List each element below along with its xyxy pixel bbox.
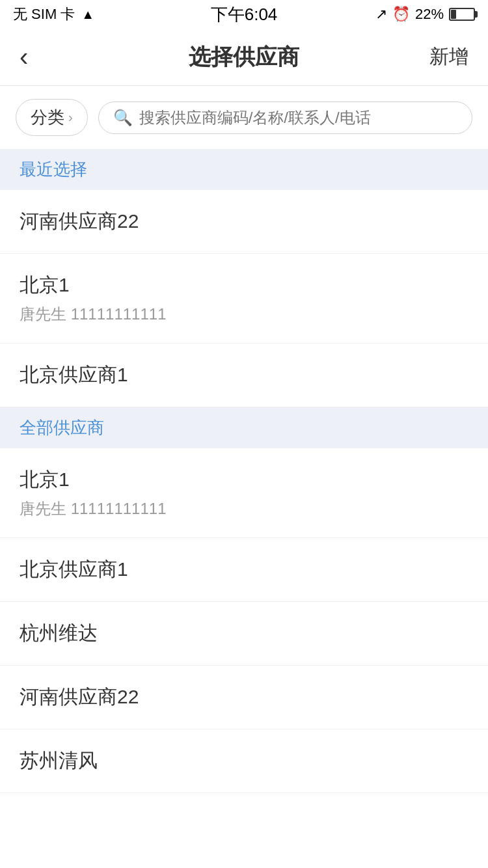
status-time: 下午6:04 xyxy=(211,3,278,26)
content-area: 最近选择河南供应商22北京1唐先生 11111111111北京供应商1全部供应商… xyxy=(0,149,488,793)
list-item[interactable]: 河南供应商22 xyxy=(0,666,488,729)
list-item[interactable]: 河南供应商22 xyxy=(0,190,488,254)
item-name: 杭州维达 xyxy=(20,620,468,647)
nav-bar: ‹ 选择供应商 新增 xyxy=(0,29,488,86)
status-bar: 无 SIM 卡 ▲ 下午6:04 ↗ ⏰ 22% xyxy=(0,0,488,29)
section-header-all: 全部供应商 xyxy=(0,407,488,448)
item-name: 北京1 xyxy=(20,467,468,493)
search-input[interactable] xyxy=(139,109,457,127)
list-item[interactable]: 北京供应商1 xyxy=(0,538,488,602)
add-button[interactable]: 新增 xyxy=(429,44,468,70)
chevron-right-icon: › xyxy=(68,110,73,125)
list-item[interactable]: 苏州清风 xyxy=(0,729,488,793)
list-item[interactable]: 北京1唐先生 11111111111 xyxy=(0,254,488,344)
back-button[interactable]: ‹ xyxy=(20,42,59,72)
item-name: 北京供应商1 xyxy=(20,556,468,583)
status-left: 无 SIM 卡 ▲ xyxy=(13,5,94,24)
section-header-recent: 最近选择 xyxy=(0,149,488,190)
alarm-icon: ⏰ xyxy=(392,6,410,23)
list-item[interactable]: 杭州维达 xyxy=(0,602,488,666)
page-title: 选择供应商 xyxy=(189,42,299,72)
section-header-text-all: 全部供应商 xyxy=(20,418,104,437)
battery-fill xyxy=(451,10,456,19)
list-item[interactable]: 北京供应商1 xyxy=(0,344,488,407)
wifi-icon: ▲ xyxy=(81,7,94,22)
search-icon: 🔍 xyxy=(113,109,133,127)
item-contact: 唐先生 11111111111 xyxy=(20,498,468,519)
item-name: 河南供应商22 xyxy=(20,684,468,711)
item-name: 北京1 xyxy=(20,272,468,299)
category-label: 分类 xyxy=(31,106,64,129)
item-name: 苏州清风 xyxy=(20,748,468,774)
battery-percent: 22% xyxy=(415,6,444,23)
section-header-text-recent: 最近选择 xyxy=(20,159,87,179)
search-box[interactable]: 🔍 xyxy=(98,102,472,134)
filter-bar: 分类 › 🔍 xyxy=(0,86,488,149)
item-name: 河南供应商22 xyxy=(20,208,468,235)
battery-bar xyxy=(449,8,475,21)
location-icon: ↗ xyxy=(375,6,387,23)
status-right: ↗ ⏰ 22% xyxy=(375,6,475,23)
item-contact: 唐先生 11111111111 xyxy=(20,304,468,325)
carrier-text: 无 SIM 卡 xyxy=(13,5,75,24)
item-name: 北京供应商1 xyxy=(20,362,468,388)
list-item[interactable]: 北京1唐先生 11111111111 xyxy=(0,448,488,538)
category-filter-button[interactable]: 分类 › xyxy=(16,99,88,136)
